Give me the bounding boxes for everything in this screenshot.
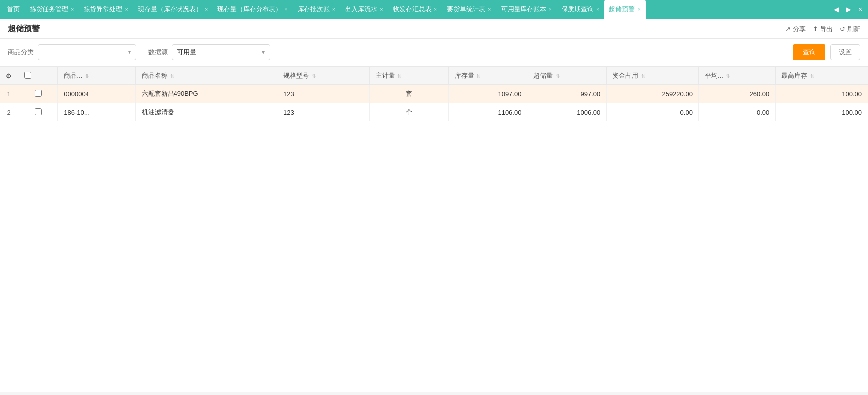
nav-close-icon[interactable]: × [488, 6, 491, 12]
column-spec[interactable]: 规格型号 ⇅ [277, 67, 370, 85]
row-code: 0000004 [58, 85, 135, 103]
column-spec-label: 规格型号 [283, 72, 309, 79]
share-icon: ↗ [785, 25, 791, 33]
datasource-select-value: 可用量 [177, 48, 196, 57]
sort-code-icon: ⇅ [85, 73, 89, 79]
category-label: 商品分类 [8, 48, 34, 57]
nav-item-[interactable]: 库存批次账× [293, 0, 340, 19]
nav-close-arrow[interactable]: × [854, 0, 866, 19]
row-checkbox-cell[interactable] [18, 103, 58, 121]
page-header: 超储预警 ↗ 分享 ⬆ 导出 ↺ 刷新 [0, 19, 868, 39]
column-capital-label: 资金占用 [612, 72, 638, 79]
column-capital[interactable]: 资金占用 ⇅ [607, 67, 699, 85]
nav-item-[interactable]: 超储预警× [604, 0, 645, 19]
column-unit[interactable]: 主计量 ⇅ [369, 67, 448, 85]
filter-area: 商品分类 ▾ 数据源 可用量 ▾ 查询 设置 [0, 39, 868, 67]
nav-item-[interactable]: 拣货任务管理× [25, 0, 79, 19]
column-overflow-label: 超储量 [533, 72, 553, 79]
nav-item-[interactable]: 保质期查询× [557, 0, 604, 19]
table-row: 2 186-10... 机油滤清器 123 个 1106.00 1006.00 … [0, 103, 868, 121]
nav-close-icon[interactable]: × [284, 6, 287, 12]
nav-close-icon[interactable]: × [380, 6, 383, 12]
datasource-filter-group: 数据源 可用量 ▾ [148, 44, 270, 60]
row-checkbox-cell[interactable] [18, 85, 58, 103]
column-maxstock-label: 最高库存 [781, 72, 807, 79]
nav-close-icon[interactable]: × [596, 6, 599, 12]
sort-maxstock-icon: ⇅ [810, 73, 814, 79]
row-stock: 1106.00 [448, 103, 527, 121]
column-settings[interactable]: ⚙ [0, 67, 18, 85]
nav-item-[interactable]: 拣货异常处理× [79, 0, 132, 19]
nav-close-icon[interactable]: × [205, 6, 208, 12]
table-row: 1 0000004 六配套新昌490BPG 123 套 1097.00 997.… [0, 85, 868, 103]
datasource-select[interactable]: 可用量 ▾ [172, 44, 270, 60]
column-maxstock[interactable]: 最高库存 ⇅ [776, 67, 868, 85]
nav-close-icon[interactable]: × [71, 6, 74, 12]
row-name: 机油滤清器 [135, 103, 277, 121]
category-select[interactable]: ▾ [38, 44, 136, 60]
table-header-row: ⚙ 商品... ⇅ 商品名称 ⇅ 规格型号 ⇅ 主计量 [0, 67, 868, 85]
row-overflow: 1006.00 [527, 103, 607, 121]
sort-name-icon: ⇅ [170, 73, 174, 79]
select-all-checkbox[interactable] [24, 72, 31, 79]
row-num: 2 [0, 103, 18, 121]
nav-close-icon[interactable]: × [637, 6, 640, 12]
nav-item-[interactable]: 出入库流水× [340, 0, 388, 19]
table-area: ⚙ 商品... ⇅ 商品名称 ⇅ 规格型号 ⇅ 主计量 [0, 67, 868, 392]
nav-prev-arrow[interactable]: ◀ [830, 0, 842, 19]
row-maxstock: 100.00 [776, 85, 868, 103]
category-filter-group: 商品分类 ▾ [8, 44, 136, 60]
column-name-label: 商品名称 [142, 72, 168, 79]
column-stock[interactable]: 库存量 ⇅ [448, 67, 527, 85]
settings-button[interactable]: 设置 [830, 44, 860, 60]
share-action[interactable]: ↗ 分享 [785, 25, 806, 34]
column-unit-label: 主计量 [376, 72, 395, 79]
row-avg: 0.00 [698, 103, 775, 121]
column-stock-label: 库存量 [455, 72, 474, 79]
column-avg[interactable]: 平均... ⇅ [698, 67, 775, 85]
nav-item-[interactable]: 可用量库存账本× [496, 0, 557, 19]
column-code[interactable]: 商品... ⇅ [58, 67, 135, 85]
row-overflow: 997.00 [527, 85, 607, 103]
column-select-all[interactable] [18, 67, 58, 85]
data-table: ⚙ 商品... ⇅ 商品名称 ⇅ 规格型号 ⇅ 主计量 [0, 67, 868, 121]
row-code: 186-10... [58, 103, 135, 121]
export-action[interactable]: ⬆ 导出 [813, 25, 833, 34]
category-arrow-icon: ▾ [128, 49, 131, 56]
row-maxstock: 100.00 [776, 103, 868, 121]
sort-avg-icon: ⇅ [726, 73, 730, 79]
nav-next-arrow[interactable]: ▶ [842, 0, 854, 19]
column-overflow[interactable]: 超储量 ⇅ [527, 67, 607, 85]
nav-close-icon[interactable]: × [549, 6, 552, 12]
row-checkbox[interactable] [35, 108, 42, 115]
nav-close-icon[interactable]: × [332, 6, 335, 12]
row-unit: 套 [369, 85, 448, 103]
sort-stock-icon: ⇅ [477, 73, 480, 79]
column-name[interactable]: 商品名称 ⇅ [135, 67, 277, 85]
nav-item-[interactable]: 现存量（库存分布表）× [213, 0, 292, 19]
nav-item-[interactable]: 首页 [2, 0, 25, 19]
nav-close-icon[interactable]: × [125, 6, 128, 12]
top-navigation: 首页拣货任务管理×拣货异常处理×现存量（库存状况表）×现存量（库存分布表）×库存… [0, 0, 868, 19]
sort-spec-icon: ⇅ [312, 73, 316, 79]
page-title: 超储预警 [8, 24, 40, 34]
datasource-label: 数据源 [148, 48, 168, 57]
refresh-action[interactable]: ↺ 刷新 [840, 25, 860, 34]
row-checkbox[interactable] [35, 90, 42, 97]
column-avg-label: 平均... [705, 72, 723, 79]
nav-item-[interactable]: 现存量（库存状况表）× [133, 0, 213, 19]
row-stock: 1097.00 [448, 85, 527, 103]
column-code-label: 商品... [64, 72, 82, 79]
row-capital: 259220.00 [607, 85, 699, 103]
row-spec: 123 [277, 85, 370, 103]
filter-buttons: 查询 设置 [793, 44, 860, 60]
nav-item-[interactable]: 要货单统计表× [442, 0, 496, 19]
sort-overflow-icon: ⇅ [556, 73, 560, 79]
row-capital: 0.00 [607, 103, 699, 121]
query-button[interactable]: 查询 [793, 44, 825, 60]
row-num: 1 [0, 85, 18, 103]
row-name: 六配套新昌490BPG [135, 85, 277, 103]
row-spec: 123 [277, 103, 370, 121]
nav-close-icon[interactable]: × [434, 6, 437, 12]
nav-item-[interactable]: 收发存汇总表× [388, 0, 442, 19]
